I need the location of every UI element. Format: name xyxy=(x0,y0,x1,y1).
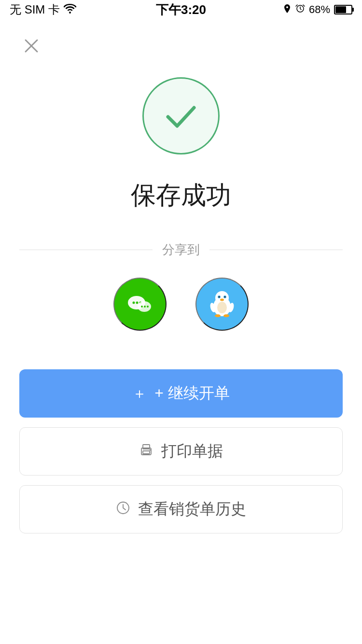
battery-percent: 68% xyxy=(309,3,330,16)
page-content: 保存成功 分享到 xyxy=(0,19,362,644)
svg-point-15 xyxy=(219,296,220,298)
location-icon xyxy=(283,3,292,16)
success-circle xyxy=(142,77,220,154)
svg-point-18 xyxy=(215,314,221,317)
close-icon xyxy=(24,38,39,54)
svg-point-10 xyxy=(147,306,149,308)
status-time: 下午3:20 xyxy=(156,1,206,18)
divider-line-right xyxy=(209,250,343,250)
sim-status: 无 SIM 卡 xyxy=(10,2,60,17)
alarm-icon xyxy=(295,3,305,16)
share-icons xyxy=(113,278,249,331)
status-left: 无 SIM 卡 xyxy=(10,2,76,17)
wechat-icon xyxy=(124,288,156,320)
svg-point-9 xyxy=(144,306,146,308)
svg-point-26 xyxy=(150,449,151,450)
share-divider: 分享到 xyxy=(19,241,343,258)
share-label: 分享到 xyxy=(162,241,200,258)
history-button[interactable]: 查看销货单历史 xyxy=(19,485,343,533)
print-button[interactable]: 打印单据 xyxy=(19,427,343,476)
wechat-share-button[interactable] xyxy=(113,278,167,331)
status-right: 68% xyxy=(283,3,352,16)
success-title: 保存成功 xyxy=(131,179,231,212)
history-icon xyxy=(116,501,130,518)
continue-icon: ＋ xyxy=(132,384,147,404)
wifi-icon xyxy=(64,3,76,16)
svg-point-5 xyxy=(136,302,139,304)
svg-rect-25 xyxy=(143,451,150,454)
print-icon xyxy=(139,443,153,460)
divider-line-left xyxy=(19,250,153,250)
svg-point-16 xyxy=(224,296,226,298)
svg-point-19 xyxy=(223,314,229,317)
status-bar: 无 SIM 卡 下午3:20 68% xyxy=(0,0,362,19)
history-label: 查看销货单历史 xyxy=(138,499,246,520)
print-label: 打印单据 xyxy=(161,441,223,462)
svg-point-8 xyxy=(141,306,143,308)
battery-icon xyxy=(334,5,352,14)
svg-point-22 xyxy=(217,302,227,313)
svg-point-17 xyxy=(220,299,224,301)
close-button[interactable] xyxy=(19,34,43,58)
checkmark-icon xyxy=(159,94,203,138)
qq-icon xyxy=(208,288,237,320)
qq-share-button[interactable] xyxy=(195,278,249,331)
continue-order-button[interactable]: ＋ + 继续开单 xyxy=(19,369,343,418)
svg-point-4 xyxy=(133,302,135,304)
continue-label: + 继续开单 xyxy=(154,383,230,404)
